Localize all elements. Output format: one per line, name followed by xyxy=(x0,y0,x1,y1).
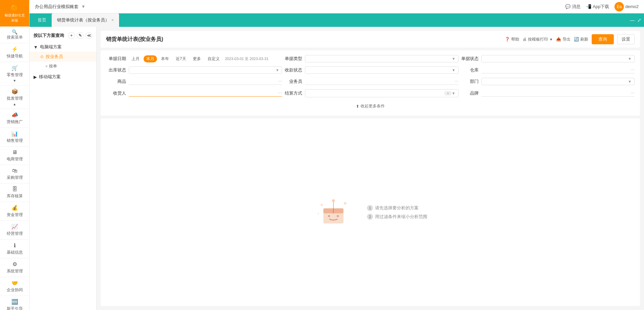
export-label: 导出 xyxy=(562,37,571,42)
sidebar-item-retail[interactable]: 🛒 零售管理 ▼ xyxy=(0,62,29,86)
collapse-panel-btn[interactable]: ≪ xyxy=(86,32,92,39)
tab-minimize-icon[interactable]: — xyxy=(630,17,635,23)
doc-status-select[interactable]: ▼ xyxy=(481,55,635,62)
date-btn-custom[interactable]: 自定义 xyxy=(205,55,222,62)
company-dropdown-icon[interactable]: ▼ xyxy=(81,4,86,9)
payment-method-select[interactable]: × ▼ xyxy=(305,89,458,97)
tab-sales-stat[interactable]: 销货单统计表（按业务员） × xyxy=(52,13,119,27)
sidebar-item-wholesale[interactable]: 📦 批发管理 ▲ xyxy=(0,86,29,109)
add-scheme-btn[interactable]: + xyxy=(68,32,75,39)
date-btn-last-month[interactable]: 上月 xyxy=(129,55,142,62)
app-download-label: App下载 xyxy=(593,4,609,10)
sidebar-item-enterprise[interactable]: 🤝 企业协同 xyxy=(0,277,29,296)
user-menu[interactable]: Ea demo2 xyxy=(614,2,639,11)
empty-tips: 1 请先选择要分析的方案 2 用过滤条件来缩小分析范围 xyxy=(367,205,427,220)
pc-scheme-label: 电脑端方案 xyxy=(40,44,62,50)
inventory-label: 库存核算 xyxy=(7,193,23,199)
app-download-icon: 📲 xyxy=(586,4,591,9)
payment-status-select[interactable]: ▼ xyxy=(305,66,458,74)
finance-icon: 💰 xyxy=(11,205,18,211)
scheme-sub-item-by-order[interactable]: ≡ 按单 xyxy=(30,62,96,71)
help-btn[interactable]: ❓ 帮助 xyxy=(505,37,519,42)
new-user-icon: 🆕 xyxy=(11,299,18,305)
doc-type-select[interactable]: ▼ xyxy=(305,55,458,62)
date-btn-this-month[interactable]: 本月 xyxy=(144,55,157,62)
new-user-label: 新手引导 xyxy=(7,306,23,310)
marketing-label: 营销推广 xyxy=(7,119,23,125)
retail-icon: 🛒 xyxy=(11,65,18,71)
refresh-btn[interactable]: 🔄 刷新 xyxy=(574,37,588,42)
sidebar-item-finance[interactable]: 💰 资金管理 xyxy=(0,202,29,221)
department-select[interactable]: ▼ xyxy=(481,78,635,85)
tab-home-label: 首页 xyxy=(38,17,46,23)
collapse-more-btn[interactable]: ⬆ 收起更多条件 xyxy=(106,101,635,111)
system-icon: ⚙ xyxy=(12,261,17,267)
out-status-select[interactable]: ▼ xyxy=(129,66,282,74)
query-btn-label: 查询 xyxy=(598,37,607,42)
filter-row-3: 商品 ··· 业务员 ··· 部门 xyxy=(106,78,635,85)
sidebar-item-new-user[interactable]: 🆕 新手引导 xyxy=(0,296,29,310)
sales-icon: 📊 xyxy=(11,131,18,137)
salesperson-dots[interactable]: ··· xyxy=(454,78,459,84)
sidebar-item-quick-nav[interactable]: ⚡ 快捷导航 xyxy=(0,43,29,62)
app-download-btn[interactable]: 📲 App下载 xyxy=(586,4,609,10)
scheme-by-salesperson-label: 按业务员 xyxy=(46,54,63,60)
filter-field-warehouse: 仓库 ··· xyxy=(459,67,635,73)
sidebar-item-ecommerce[interactable]: 🖥 电商管理 xyxy=(0,147,29,165)
salesperson-label: 业务员 xyxy=(282,79,302,85)
empty-state: 1 请先选择要分析的方案 2 用过滤条件来缩小分析范围 xyxy=(101,118,640,306)
export-btn[interactable]: 📤 导出 xyxy=(556,37,571,42)
filter-field-salesperson: 业务员 ··· xyxy=(282,78,458,85)
filter-field-payment-status: 收款状态 ▼ xyxy=(282,66,458,74)
settings-btn[interactable]: 设置 xyxy=(617,34,635,44)
warehouse-dots[interactable]: ··· xyxy=(631,67,635,72)
filter-field-payment-method: 结算方式 × ▼ xyxy=(282,89,458,97)
retail-label: 零售管理 xyxy=(7,72,23,78)
logo-icon: 🟠 xyxy=(2,3,28,13)
page-title: 销货单统计表(按业务员) xyxy=(106,36,163,43)
tab-close-icon[interactable]: × xyxy=(111,18,114,22)
left-panel: 按以下方案查询 + ✎ ≪ ▼ 电脑端方案 ⊙ 按业务员 ≡ xyxy=(30,27,97,310)
out-status-label: 出库状态 xyxy=(106,67,126,73)
filter-field-product: 商品 ··· xyxy=(106,78,282,85)
scheme-active-icon: ⊙ xyxy=(40,54,44,59)
receiver-dots[interactable]: ··· xyxy=(278,90,282,95)
sidebar-item-sales[interactable]: 📊 销售管理 xyxy=(0,128,29,147)
clear-icon[interactable]: × xyxy=(447,91,449,95)
date-btn-more[interactable]: 更多 xyxy=(190,55,204,62)
mobile-scheme-expand-icon: ▶ xyxy=(34,74,37,80)
template-print-btn[interactable]: 🖨 按模板打印 ▼ xyxy=(523,37,553,42)
sidebar-item-marketing[interactable]: 📣 营销推广 xyxy=(0,109,29,128)
sidebar-search[interactable]: 🔍 搜索菜单 xyxy=(0,27,29,43)
scheme-by-order-label: 按单 xyxy=(49,63,57,69)
date-range-display: 2023-03-01 至 2023-03-31 xyxy=(225,56,269,61)
filter-field-date: 单据日期 上月 本月 本年 近7天 更多 自定义 2023-03-01 至 20… xyxy=(106,55,282,62)
sidebar-item-basic-info[interactable]: ℹ 基础信息 xyxy=(0,240,29,258)
date-btn-this-year[interactable]: 本年 xyxy=(158,55,172,62)
brand-dots[interactable]: ··· xyxy=(631,90,635,95)
tab-maximize-icon[interactable]: ⤢ xyxy=(637,17,641,23)
wholesale-icon: 📦 xyxy=(11,88,18,95)
wholesale-arrow-icon: ▲ xyxy=(13,102,16,106)
sidebar-logo[interactable]: 🟠 畅捷通好生意标版 xyxy=(0,0,29,27)
product-dots[interactable]: ··· xyxy=(278,78,282,84)
date-btn-last-7days[interactable]: 近7天 xyxy=(173,55,189,62)
scheme-item-by-salesperson[interactable]: ⊙ 按业务员 xyxy=(30,52,96,62)
sub-item-icon: ≡ xyxy=(46,64,48,68)
message-btn[interactable]: 💬 消息 xyxy=(565,4,581,10)
tab-sales-stat-label: 销货单统计表（按业务员） xyxy=(57,17,109,23)
operations-label: 经营管理 xyxy=(7,231,23,237)
mobile-scheme-group-header[interactable]: ▶ 移动端方案 xyxy=(30,72,96,82)
header-left: 办公用品行业模拟账套 ▼ xyxy=(35,4,86,10)
svg-point-4 xyxy=(344,202,346,205)
sidebar-item-inventory[interactable]: 🗄 库存核算 xyxy=(0,184,29,202)
sidebar-item-purchase[interactable]: 🛍 采购管理 xyxy=(0,165,29,184)
sidebar-item-operations[interactable]: 📈 经营管理 xyxy=(0,221,29,240)
query-btn[interactable]: 查询 xyxy=(592,34,614,44)
pc-scheme-group-header[interactable]: ▼ 电脑端方案 xyxy=(30,42,96,52)
quick-nav-label: 快捷导航 xyxy=(7,53,23,59)
left-panel-actions: + ✎ ≪ xyxy=(68,32,92,39)
tab-home[interactable]: 首页 xyxy=(32,13,52,27)
edit-scheme-btn[interactable]: ✎ xyxy=(77,32,84,39)
sidebar-item-system[interactable]: ⚙ 系统管理 xyxy=(0,258,29,277)
